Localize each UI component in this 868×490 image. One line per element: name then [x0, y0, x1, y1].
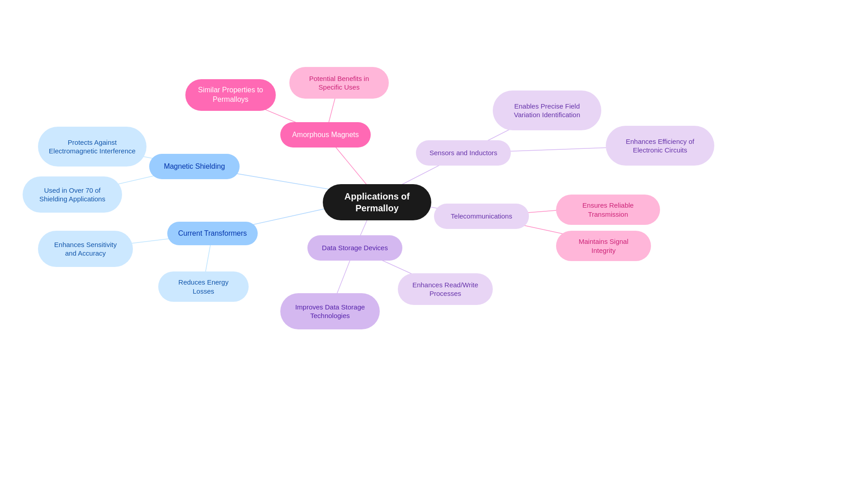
current-transformers-node: Current Transformers: [167, 222, 258, 245]
improves-data-storage-label: Improves Data Storage Technologies: [290, 303, 370, 320]
protects-emi-label: Protects Against Electromagnetic Interfe…: [48, 138, 137, 156]
ensures-reliable-label: Ensures Reliable Transmission: [566, 201, 650, 219]
telecommunications-label: Telecommunications: [451, 212, 512, 221]
magnetic-shielding-node: Magnetic Shielding: [149, 154, 240, 179]
ensures-reliable-node: Ensures Reliable Transmission: [556, 195, 660, 225]
enables-precise-label: Enables Precise Field Variation Identifi…: [503, 102, 591, 119]
current-transformers-label: Current Transformers: [178, 229, 247, 238]
center-node: Applications of Permalloy: [323, 184, 431, 220]
improves-data-storage-node: Improves Data Storage Technologies: [280, 293, 380, 329]
maintains-signal-node: Maintains Signal Integrity: [556, 231, 651, 261]
used-over-70-label: Used in Over 70 of Shielding Application…: [33, 186, 112, 204]
enables-precise-node: Enables Precise Field Variation Identifi…: [493, 90, 601, 130]
amorphous-magnets-node: Amorphous Magnets: [280, 122, 371, 147]
center-label: Applications of Permalloy: [333, 190, 421, 214]
maintains-signal-label: Maintains Signal Integrity: [566, 237, 641, 255]
enhances-efficiency-node: Enhances Efficiency of Electronic Circui…: [606, 126, 714, 166]
telecommunications-node: Telecommunications: [434, 204, 529, 229]
data-storage-devices-node: Data Storage Devices: [307, 235, 402, 261]
enhances-sensitivity-label: Enhances Sensitivity and Accuracy: [48, 240, 123, 258]
magnetic-shielding-label: Magnetic Shielding: [164, 162, 225, 171]
sensors-inductors-node: Sensors and Inductors: [416, 140, 511, 166]
potential-benefits-label: Potential Benefits in Specific Uses: [299, 74, 379, 92]
amorphous-magnets-label: Amorphous Magnets: [292, 130, 359, 140]
sensors-inductors-label: Sensors and Inductors: [429, 148, 497, 157]
data-storage-devices-label: Data Storage Devices: [322, 243, 388, 252]
used-over-70-node: Used in Over 70 of Shielding Application…: [23, 176, 122, 213]
reduces-energy-label: Reduces Energy Losses: [168, 278, 239, 295]
potential-benefits-node: Potential Benefits in Specific Uses: [289, 67, 389, 99]
similar-properties-label: Similar Properties to Permalloys: [195, 86, 266, 105]
enhances-sensitivity-node: Enhances Sensitivity and Accuracy: [38, 231, 133, 267]
enhances-read-write-node: Enhances Read/Write Processes: [398, 273, 493, 305]
reduces-energy-node: Reduces Energy Losses: [158, 271, 249, 302]
enhances-read-write-label: Enhances Read/Write Processes: [408, 281, 483, 298]
protects-emi-node: Protects Against Electromagnetic Interfe…: [38, 127, 146, 167]
similar-properties-node: Similar Properties to Permalloys: [185, 79, 276, 111]
enhances-efficiency-label: Enhances Efficiency of Electronic Circui…: [616, 137, 704, 155]
